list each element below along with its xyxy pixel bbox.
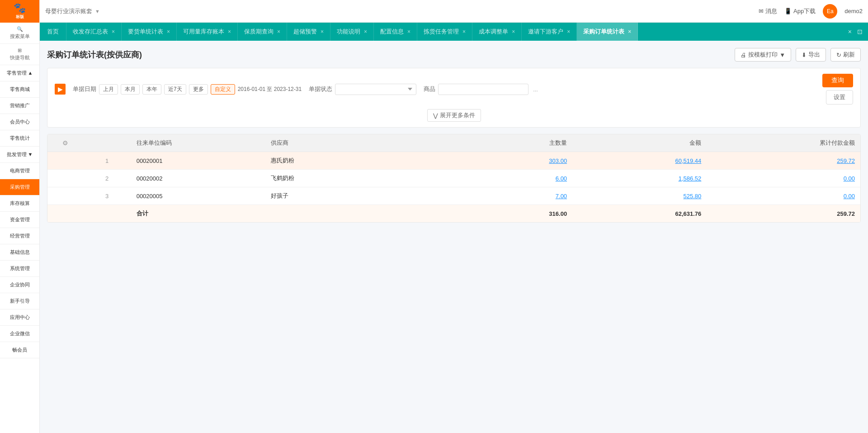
refresh-button[interactable]: ↻ 刷新	[830, 48, 861, 62]
tab-overstock-close[interactable]: ×	[321, 29, 324, 35]
export-button[interactable]: ⬇ 导出	[796, 48, 826, 62]
row-paid[interactable]: 0.00	[707, 187, 860, 205]
tab-pick-task-close[interactable]: ×	[462, 29, 466, 35]
sidebar-item-vip[interactable]: 畅会员	[0, 342, 39, 358]
footer-label: 合计	[131, 205, 458, 223]
row-checkbox	[47, 152, 83, 170]
date-btn-last-month[interactable]: 上月	[99, 84, 118, 95]
user-initial: Ea	[827, 8, 834, 14]
row-amount[interactable]: 1,586.52	[572, 170, 707, 187]
app-download-button[interactable]: 📱 App下载	[784, 7, 816, 15]
filter-actions: 查询 设置	[822, 74, 853, 105]
workspace-selector[interactable]: 母婴行业演示账套 ▼	[45, 7, 759, 15]
sidebar-quick-nav[interactable]: ⊞ 快捷导航	[0, 44, 39, 65]
goods-input[interactable]	[438, 84, 528, 95]
print-dropdown-icon: ▼	[779, 52, 785, 58]
date-btn-more[interactable]: 更多	[189, 84, 208, 95]
tab-receive-summary-close[interactable]: ×	[112, 29, 115, 35]
row-amount[interactable]: 60,519.44	[572, 152, 707, 170]
date-btn-this-month[interactable]: 本月	[121, 84, 140, 95]
message-button[interactable]: ✉ 消息	[759, 7, 777, 15]
tab-purchase-order-stat[interactable]: 采购订单统计表 ×	[577, 23, 638, 41]
sidebar-item-enterprise-label: 企业协同	[10, 282, 30, 287]
sidebar-item-basic[interactable]: 基础信息	[0, 244, 39, 261]
sidebar-item-newguide[interactable]: 新手引导	[0, 293, 39, 309]
restore-button[interactable]: ⊡	[855, 27, 864, 36]
tab-order-stat[interactable]: 要货单统计表 ×	[122, 23, 177, 41]
sidebar-item-operation[interactable]: 经营管理	[0, 228, 39, 244]
status-select[interactable]	[335, 84, 416, 95]
print-button[interactable]: 🖨 按模板打印 ▼	[735, 48, 791, 62]
tab-cost-adjust-close[interactable]: ×	[512, 29, 515, 35]
goods-more-icon[interactable]: ...	[533, 86, 538, 93]
tab-purchase-order-stat-close[interactable]: ×	[628, 29, 631, 35]
expand-more-button[interactable]: ⋁ 展开更多条件	[427, 109, 481, 122]
tab-receive-summary-label: 收发存汇总表	[73, 28, 108, 36]
date-btn-last7[interactable]: 近7天	[164, 84, 186, 95]
sidebar-item-finance[interactable]: 资金管理	[0, 212, 39, 228]
tab-home[interactable]: 首页	[40, 23, 66, 41]
footer-empty	[47, 205, 131, 223]
row-amount[interactable]: 525.80	[572, 187, 707, 205]
filter-settings-button[interactable]: 设置	[826, 90, 853, 105]
tab-function-desc-close[interactable]: ×	[364, 29, 367, 35]
row-paid[interactable]: 259.72	[707, 152, 860, 170]
tab-available-stock[interactable]: 可用量库存账本 ×	[177, 23, 238, 41]
tab-config[interactable]: 配置信息 ×	[374, 23, 417, 41]
tab-invite-customer[interactable]: 邀请下游客户 ×	[522, 23, 577, 41]
table-settings-icon[interactable]: ⚙	[62, 139, 68, 147]
sidebar-item-ecommerce[interactable]: 电商管理	[0, 163, 39, 179]
filter-toggle[interactable]: ▶	[55, 84, 66, 95]
date-btn-custom[interactable]: 自定义	[211, 84, 235, 95]
page-header-actions: 🖨 按模板打印 ▼ ⬇ 导出 ↻ 刷新	[735, 48, 861, 62]
sidebar-item-purchase[interactable]: 采购管理	[0, 179, 39, 195]
sidebar-item-appcenter[interactable]: 应用中心	[0, 309, 39, 326]
tab-cost-adjust[interactable]: 成本调整单 ×	[472, 23, 522, 41]
tab-function-desc[interactable]: 功能说明 ×	[330, 23, 374, 41]
nav-tabs-end: × ⊡	[846, 27, 868, 36]
close-all-button[interactable]: ×	[846, 27, 854, 36]
home-label: 首页	[47, 28, 59, 36]
sidebar-item-inventory-label: 库存核算	[10, 200, 30, 206]
sidebar-item-system[interactable]: 系统管理	[0, 261, 39, 277]
query-button[interactable]: 查询	[822, 74, 853, 87]
user-name[interactable]: demo2	[844, 8, 863, 14]
sidebar-item-wholesale[interactable]: 批发管理 ▼	[0, 147, 39, 163]
tab-overstock[interactable]: 超储预警 ×	[287, 23, 330, 41]
sidebar-item-marketing[interactable]: 营销推广	[0, 98, 39, 114]
th-settings: ⚙	[47, 134, 83, 152]
tab-available-stock-close[interactable]: ×	[228, 29, 231, 35]
row-supplier-code: 00020002	[131, 170, 265, 187]
sidebar-item-vip-label: 畅会员	[12, 347, 27, 352]
sidebar-item-member[interactable]: 会员中心	[0, 114, 39, 130]
user-avatar[interactable]: Ea	[823, 4, 837, 19]
sidebar-item-retail-store[interactable]: 零售商城	[0, 81, 39, 98]
sidebar-item-retail-stat[interactable]: 零售统计	[0, 130, 39, 147]
row-index: 2	[83, 170, 131, 187]
tab-expiry[interactable]: 保质期查询 ×	[238, 23, 287, 41]
row-qty[interactable]: 303.00	[457, 152, 572, 170]
sidebar-item-enterprise[interactable]: 企业协同	[0, 277, 39, 293]
tab-config-close[interactable]: ×	[407, 29, 410, 35]
sidebar-item-wechat[interactable]: 企业微信	[0, 326, 39, 342]
app-download-label: App下载	[793, 7, 816, 15]
expand-icon: ⋁	[433, 112, 438, 119]
sidebar-item-retail[interactable]: 零售管理 ▲	[0, 65, 39, 81]
tab-pick-task[interactable]: 拣货任务管理 ×	[417, 23, 472, 41]
footer-qty: 316.00	[457, 205, 572, 223]
date-btn-this-year[interactable]: 本年	[142, 84, 161, 95]
sidebar-item-inventory[interactable]: 库存核算	[0, 195, 39, 212]
tab-invite-customer-close[interactable]: ×	[567, 29, 570, 35]
sidebar-search[interactable]: 🔍 搜索菜单	[0, 23, 39, 44]
sidebar-item-retail-stat-label: 零售统计	[10, 135, 30, 141]
table-footer: 合计 316.00 62,631.76 259.72	[47, 205, 860, 223]
tab-order-stat-close[interactable]: ×	[167, 29, 170, 35]
tab-receive-summary[interactable]: 收发存汇总表 ×	[66, 23, 122, 41]
row-paid[interactable]: 0.00	[707, 170, 860, 187]
workspace-name: 母婴行业演示账套	[45, 7, 92, 15]
table-row: 1 00020001 惠氏奶粉 303.00 60,519.44 259.72	[47, 152, 860, 170]
row-qty[interactable]: 7.00	[457, 187, 572, 205]
row-qty[interactable]: 6.00	[457, 170, 572, 187]
message-label: 消息	[765, 7, 777, 15]
tab-expiry-close[interactable]: ×	[277, 29, 280, 35]
